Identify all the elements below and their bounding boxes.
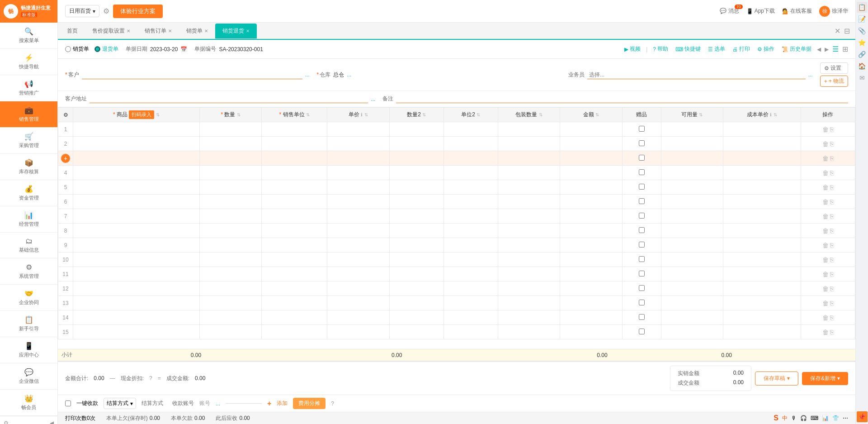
prev-nav[interactable]: ◀ xyxy=(817,46,821,52)
next-nav[interactable]: ▶ xyxy=(825,46,829,52)
product-cell[interactable] xyxy=(73,137,200,151)
gift-checkbox[interactable] xyxy=(639,198,645,204)
delete-row-icon[interactable]: 🗑 xyxy=(822,227,829,234)
copy-row-icon[interactable]: ⎘ xyxy=(830,314,834,321)
pack-qty-cell[interactable] xyxy=(498,252,560,267)
cost-price-cell[interactable] xyxy=(723,310,801,325)
delete-row-icon[interactable]: 🗑 xyxy=(822,184,829,191)
qty2-sort-icon[interactable]: ⇅ xyxy=(422,112,426,117)
print-btn[interactable]: 🖨 打印 xyxy=(731,44,752,54)
amount-cell[interactable] xyxy=(560,180,622,195)
sidebar-item-apps[interactable]: 📱 应用中心 xyxy=(0,337,57,363)
delete-row-icon[interactable]: 🗑 xyxy=(822,300,829,307)
gift-cell[interactable] xyxy=(622,238,661,252)
settings-btn[interactable]: ⚙ 设置 xyxy=(820,62,848,74)
qty-cell[interactable] xyxy=(199,238,261,252)
available-cell[interactable] xyxy=(661,267,723,281)
qty2-cell[interactable] xyxy=(389,252,443,267)
dots-icon[interactable]: ⋯ xyxy=(843,415,848,421)
delete-row-icon[interactable]: 🗑 xyxy=(822,256,829,263)
product-cell[interactable] xyxy=(73,209,200,224)
sidebar-item-member[interactable]: 👑 畅会员 xyxy=(0,390,57,416)
amount-cell[interactable] xyxy=(560,224,622,238)
qty2-cell[interactable] xyxy=(389,180,443,195)
collapse-icon[interactable]: ◀ xyxy=(50,420,54,424)
pack-qty-cell[interactable] xyxy=(498,166,560,180)
price-cell[interactable] xyxy=(327,267,389,281)
cost-info-icon[interactable]: ℹ xyxy=(770,112,772,117)
pack-qty-cell[interactable] xyxy=(498,281,560,296)
gift-cell[interactable] xyxy=(622,310,661,325)
copy-row-icon[interactable]: ⎘ xyxy=(830,169,834,176)
qty2-cell[interactable] xyxy=(389,122,443,137)
pack-qty-cell[interactable] xyxy=(498,122,560,137)
qty-cell[interactable] xyxy=(199,252,261,267)
unit-cell[interactable] xyxy=(262,238,327,252)
radio-sale[interactable]: 销货单 xyxy=(65,45,89,53)
delete-row-icon[interactable]: 🗑 xyxy=(822,285,829,292)
qty2-cell[interactable] xyxy=(389,209,443,224)
sidebar-item-wechat[interactable]: 💬 企业微信 xyxy=(0,363,57,390)
scan-btn[interactable]: 扫码录入 xyxy=(129,110,154,119)
tab-close-all[interactable]: ✕ xyxy=(835,27,840,35)
gift-cell[interactable] xyxy=(622,296,661,310)
pack-qty-cell[interactable] xyxy=(498,224,560,238)
available-cell[interactable] xyxy=(661,122,723,137)
pack-qty-cell[interactable] xyxy=(498,180,560,195)
customer-input[interactable] xyxy=(82,71,302,79)
cost-price-cell[interactable] xyxy=(723,267,801,281)
gift-checkbox[interactable] xyxy=(639,169,645,175)
copy-row-icon[interactable]: ⎘ xyxy=(830,285,834,292)
delete-row-icon[interactable]: 🗑 xyxy=(822,329,829,336)
cost-price-cell[interactable] xyxy=(723,325,801,339)
unit2-cell[interactable] xyxy=(443,238,498,252)
qty2-cell[interactable] xyxy=(389,195,443,209)
tab-expand[interactable]: ⊟ xyxy=(844,27,850,35)
available-cell[interactable] xyxy=(661,209,723,224)
salesperson-dots[interactable]: ... xyxy=(808,71,813,78)
qty2-cell[interactable] xyxy=(389,310,443,325)
gift-cell[interactable] xyxy=(622,325,661,339)
cost-price-cell[interactable] xyxy=(723,180,801,195)
amount-sort-icon[interactable]: ⇅ xyxy=(595,112,599,117)
unit2-sort-icon[interactable]: ⇅ xyxy=(476,112,480,117)
sidebar-item-search[interactable]: 🔍 搜索菜单 xyxy=(0,23,57,49)
product-cell[interactable] xyxy=(73,151,200,166)
table-icon[interactable]: 📊 xyxy=(822,415,829,421)
unit2-cell[interactable] xyxy=(443,252,498,267)
gift-checkbox[interactable] xyxy=(639,155,645,161)
sidebar-item-finance[interactable]: 💰 资金管理 xyxy=(0,180,57,206)
cost-price-cell[interactable] xyxy=(723,252,801,267)
cost-price-cell[interactable] xyxy=(723,281,801,296)
cost-price-cell[interactable] xyxy=(723,195,801,209)
available-cell[interactable] xyxy=(661,180,723,195)
tab-sales-return[interactable]: 销货退货 ✕ xyxy=(215,24,257,38)
product-cell[interactable] xyxy=(73,310,200,325)
qty2-cell[interactable] xyxy=(389,238,443,252)
add-payment-btn[interactable]: + xyxy=(267,400,271,408)
price-sort-icon[interactable]: ⇅ xyxy=(364,112,368,117)
gift-cell[interactable] xyxy=(622,267,661,281)
qty2-cell[interactable] xyxy=(389,281,443,296)
unit-cell[interactable] xyxy=(262,310,327,325)
qty-cell[interactable] xyxy=(199,151,261,166)
delete-row-icon[interactable]: 🗑 xyxy=(822,198,829,205)
rp-icon-7[interactable]: ✉ xyxy=(857,72,868,83)
salesperson-input[interactable] xyxy=(587,71,806,79)
unit-cell[interactable] xyxy=(262,195,327,209)
unit2-cell[interactable] xyxy=(443,224,498,238)
rp-icon-5[interactable]: 🔗 xyxy=(857,49,868,60)
gift-checkbox[interactable] xyxy=(639,242,645,248)
gift-checkbox[interactable] xyxy=(639,285,645,291)
cost-price-cell[interactable] xyxy=(723,122,801,137)
cost-price-cell[interactable] xyxy=(723,166,801,180)
unit2-cell[interactable] xyxy=(443,325,498,339)
cost-sort-icon[interactable]: ⇅ xyxy=(774,112,777,117)
available-sort-icon[interactable]: ⇅ xyxy=(699,112,703,117)
price-cell[interactable] xyxy=(327,209,389,224)
gift-cell[interactable] xyxy=(622,281,661,296)
amount-field[interactable] xyxy=(226,403,262,404)
price-cell[interactable] xyxy=(327,137,389,151)
tab-price-settings[interactable]: 售价提取设置 ✕ xyxy=(85,24,137,38)
pack-qty-cell[interactable] xyxy=(498,151,560,166)
